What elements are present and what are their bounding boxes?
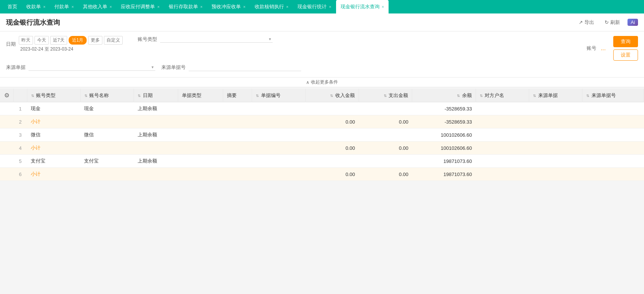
close-other-income-icon[interactable]: × — [110, 0, 112, 13]
date-custom[interactable]: 自定义 — [104, 36, 123, 45]
cell-source-doc-no — [582, 115, 644, 128]
col-expense[interactable]: ⇅ 支出金额 — [359, 89, 412, 102]
cell-date: 上期余额 — [134, 155, 178, 168]
col-doc-no[interactable]: ⇅ 单据编号 — [252, 89, 305, 102]
source-doc-select[interactable]: ▾ — [29, 64, 155, 71]
close-cash-bank-stat-icon[interactable]: × — [329, 0, 331, 13]
cell-account-type: 小计 — [27, 168, 80, 181]
cell-summary — [223, 155, 252, 168]
cell-account-type: 现金 — [27, 102, 80, 115]
col-counterparty[interactable]: ⇅ 对方户名 — [476, 89, 529, 102]
close-receipt-icon[interactable]: × — [43, 0, 45, 13]
close-collection-exec-icon[interactable]: × — [286, 0, 288, 13]
source-doc-no-filter-group: 来源单据号 — [161, 64, 301, 71]
col-source-doc-no[interactable]: ⇅ 来源单据号 — [582, 89, 644, 102]
cell-source-doc — [529, 142, 582, 155]
cell-income — [305, 128, 359, 142]
nav-bank-deposit[interactable]: 银行存取款单 × — [164, 0, 207, 13]
cell-source-doc — [529, 115, 582, 128]
cell-gear — [0, 142, 14, 155]
ai-button[interactable]: Ai — [627, 19, 638, 26]
cell-income — [305, 102, 359, 115]
nav-other-income[interactable]: 其他收入单 × — [78, 0, 116, 13]
cell-doc-no — [252, 115, 305, 128]
cell-balance: 100102606.60 — [412, 142, 476, 155]
cell-num: 1 — [14, 102, 27, 115]
close-advance-offset-icon[interactable]: × — [243, 0, 245, 13]
sort-income-icon: ⇅ — [330, 94, 333, 98]
table-row: 2小计0.000.00-3528659.33 — [0, 115, 644, 128]
cell-summary — [223, 102, 252, 115]
cell-account-name: 现金 — [80, 102, 134, 115]
close-payable-adjust-icon[interactable]: × — [157, 0, 159, 13]
date-today[interactable]: 今天 — [35, 36, 49, 45]
account-no-label: 账号 — [587, 45, 596, 52]
cell-income: 0.00 — [305, 115, 359, 128]
date-7days[interactable]: 近7天 — [50, 36, 67, 45]
cell-summary — [223, 128, 252, 142]
col-account-name[interactable]: ⇅ 账号名称 — [80, 89, 134, 102]
nav-cash-bank-flow[interactable]: 现金银行流水查询 × — [336, 0, 389, 13]
source-doc-no-input[interactable] — [189, 64, 301, 71]
data-table-container: ⚙ ⇅ 账号类型 ⇅ 账号名称 ⇅ 日期 单据类型 — [0, 89, 644, 181]
settings-button[interactable]: 设置 — [613, 49, 638, 61]
sort-source-doc-no-icon: ⇅ — [586, 94, 589, 98]
nav-advance-offset[interactable]: 预收冲应收单 × — [207, 0, 250, 13]
col-date[interactable]: ⇅ 日期 — [134, 89, 178, 102]
chevron-up-icon: ∧ — [306, 80, 309, 85]
cell-doc-no — [252, 155, 305, 168]
account-no-dots-button[interactable]: ... — [599, 45, 607, 52]
table-row: 1现金现金上期余额-3528659.33 — [0, 102, 644, 115]
date-more[interactable]: 更多 — [88, 36, 102, 45]
nav-home[interactable]: 首页 — [3, 0, 22, 13]
cell-summary — [223, 115, 252, 128]
nav-payment[interactable]: 付款单 × — [50, 0, 78, 13]
collapse-bar[interactable]: ∧ 收起更多条件 — [0, 78, 644, 87]
date-yesterday[interactable]: 昨天 — [19, 36, 33, 45]
date-1month[interactable]: 近1月 — [69, 36, 87, 45]
date-filter-group: 日期 昨天 今天 近7天 近1月 更多 自定义 2023-02-24 至 202… — [6, 36, 123, 52]
cell-doc-type — [178, 142, 223, 155]
col-source-doc[interactable]: ⇅ 来源单据 — [529, 89, 582, 102]
cell-account-name — [80, 168, 134, 181]
refresh-button[interactable]: ↻ 刷新 — [602, 18, 623, 27]
nav-cash-bank-stat[interactable]: 现金银行统计 × — [293, 0, 336, 13]
nav-receipt[interactable]: 收款单 × — [22, 0, 50, 13]
cell-account-name — [80, 115, 134, 128]
col-income[interactable]: ⇅ 收入金额 — [305, 89, 359, 102]
cell-balance: 19871073.60 — [412, 168, 476, 181]
nav-payable-adjust[interactable]: 应收应付调整单 × — [116, 0, 164, 13]
nav-collection-exec[interactable]: 收款核销执行 × — [250, 0, 293, 13]
account-type-select[interactable]: ▾ — [160, 36, 273, 43]
cell-balance: 100102606.60 — [412, 128, 476, 142]
close-bank-deposit-icon[interactable]: × — [200, 0, 203, 13]
cell-expense: 0.00 — [359, 142, 412, 155]
cell-date — [134, 168, 178, 181]
refresh-icon: ↻ — [605, 19, 609, 25]
table-row: 5支付宝支付宝上期余额19871073.60 — [0, 155, 644, 168]
export-button[interactable]: ↗ 导出 — [576, 18, 597, 27]
col-gear[interactable]: ⚙ — [0, 89, 14, 102]
query-button[interactable]: 查询 — [613, 36, 638, 47]
cell-account-type: 小计 — [27, 142, 80, 155]
account-type-chevron-icon: ▾ — [269, 37, 271, 42]
cell-summary — [223, 142, 252, 155]
table-row: 4小计0.000.00100102606.60 — [0, 142, 644, 155]
cell-doc-type — [178, 102, 223, 115]
cell-date: 上期余额 — [134, 128, 178, 142]
cell-doc-no — [252, 168, 305, 181]
col-balance[interactable]: ⇅ 余额 — [412, 89, 476, 102]
cell-counterparty — [476, 128, 529, 142]
cell-doc-no — [252, 142, 305, 155]
cell-account-name — [80, 142, 134, 155]
col-summary: 摘要 — [223, 89, 252, 102]
col-account-type[interactable]: ⇅ 账号类型 — [27, 89, 80, 102]
cell-account-name: 支付宝 — [80, 155, 134, 168]
table-header: ⚙ ⇅ 账号类型 ⇅ 账号名称 ⇅ 日期 单据类型 — [0, 89, 644, 102]
table-body: 1现金现金上期余额-3528659.332小计0.000.00-3528659.… — [0, 102, 644, 181]
source-doc-no-label: 来源单据号 — [161, 64, 186, 71]
cell-income — [305, 155, 359, 168]
close-cash-bank-flow-icon[interactable]: × — [382, 0, 384, 13]
cell-income: 0.00 — [305, 168, 359, 181]
close-payment-icon[interactable]: × — [71, 0, 74, 13]
